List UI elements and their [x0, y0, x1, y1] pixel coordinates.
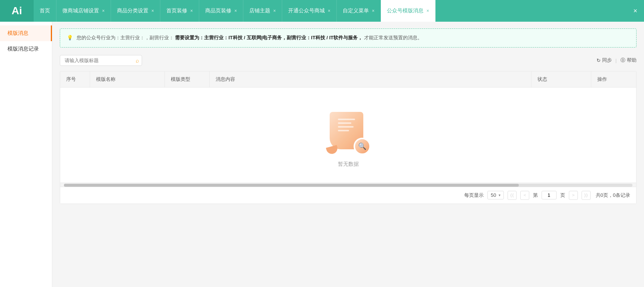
empty-label: 暂无数据	[338, 161, 359, 168]
sync-label: 同步	[602, 57, 612, 64]
tab-item[interactable]: 开通公众号商城×	[282, 0, 337, 22]
page-label-before: 第	[533, 192, 538, 199]
data-table: 序号模版名称模版类型消息内容状态操作 暂无数据	[60, 71, 637, 204]
last-page-button[interactable]: ⟩⟩	[582, 191, 591, 200]
page-number-input[interactable]	[542, 191, 557, 199]
sync-button[interactable]: ↻ 同步	[597, 57, 612, 64]
tab-close-icon[interactable]: ×	[151, 8, 154, 13]
search-icon: ⌕	[136, 57, 139, 64]
table-header-cell: 模版类型	[165, 71, 210, 87]
pagination: 每页显示 50 ▾ ⟨⟨ ＜ 第 页 ＞ ⟩⟩ 共0页，0条记录	[60, 187, 636, 204]
tab-item[interactable]: 首页	[34, 0, 56, 22]
empty-line	[338, 126, 354, 128]
total-label: 共0页，0条记录	[596, 192, 630, 199]
empty-lines	[338, 119, 355, 131]
sync-icon: ↻	[597, 58, 601, 63]
tab-item[interactable]: 店铺主题×	[243, 0, 282, 22]
scrollbar-thumb	[64, 184, 519, 187]
tab-item[interactable]: 公众号模版消息×	[381, 0, 435, 22]
sidebar: 模版消息模版消息记录	[0, 22, 52, 287]
table-header-cell: 操作	[591, 71, 636, 87]
chevron-down-icon: ▾	[499, 193, 500, 197]
empty-line	[338, 119, 355, 120]
search-bar: ⌕ ↻ 同步 | ⓪ 帮助	[60, 55, 637, 66]
table-header-cell: 模版名称	[90, 71, 165, 87]
table-header-cell: 状态	[531, 71, 591, 87]
next-page-button[interactable]: ＞	[569, 191, 578, 200]
table-header-cell: 消息内容	[210, 71, 531, 87]
table-header: 序号模版名称模版类型消息内容状态操作	[60, 71, 636, 88]
horizontal-scrollbar[interactable]	[60, 183, 636, 187]
search-button[interactable]: ⌕	[136, 57, 139, 64]
tab-close-icon[interactable]: ×	[372, 8, 375, 13]
scrollbar-track	[64, 184, 632, 187]
tab-close-icon[interactable]: ×	[328, 8, 330, 13]
empty-line	[338, 130, 349, 131]
search-input[interactable]	[60, 55, 142, 66]
tab-close-icon[interactable]: ×	[234, 8, 237, 13]
empty-icon-container	[326, 110, 371, 155]
tab-bar: 首页微商城店铺设置×商品分类设置×首页装修×商品页装修×店铺主题×开通公众号商城…	[34, 0, 626, 22]
tab-item[interactable]: 商品分类设置×	[111, 0, 160, 22]
tab-item[interactable]: 自定义菜单×	[337, 0, 381, 22]
global-close-button[interactable]: ×	[626, 0, 644, 22]
empty-state: 暂无数据	[60, 88, 636, 183]
page-label-after: 页	[560, 192, 565, 199]
notice-suffix: 才能正常发送预置的消息。	[364, 35, 422, 40]
bulb-icon: 💡	[67, 35, 73, 40]
main-layout: 模版消息模版消息记录 💡 您的公众号行业为：主营行业：，副营行业： 需要设置为：…	[0, 22, 644, 287]
help-label: 帮助	[627, 57, 637, 64]
top-navigation: Ai 首页微商城店铺设置×商品分类设置×首页装修×商品页装修×店铺主题×开通公众…	[0, 0, 644, 22]
help-icon: ⓪	[620, 57, 625, 64]
notice-prefix: 您的公众号行业为：主营行业：，副营行业：	[77, 35, 174, 40]
empty-search-circle	[354, 138, 371, 155]
per-page-value: 50	[491, 192, 496, 198]
sidebar-item[interactable]: 模版消息记录	[0, 41, 52, 57]
sidebar-item[interactable]: 模版消息	[0, 25, 52, 41]
tab-close-icon[interactable]: ×	[102, 8, 105, 13]
empty-line	[338, 122, 351, 124]
tab-item[interactable]: 商品页装修×	[199, 0, 243, 22]
per-page-select[interactable]: 50 ▾	[487, 191, 503, 199]
help-button[interactable]: ⓪ 帮助	[620, 57, 637, 64]
app-logo: Ai	[0, 0, 34, 22]
tab-item[interactable]: 首页装修×	[160, 0, 199, 22]
divider: |	[616, 58, 617, 63]
per-page-label: 每页显示	[464, 192, 484, 199]
tab-close-icon[interactable]: ×	[273, 8, 276, 13]
first-page-button[interactable]: ⟨⟨	[508, 191, 517, 200]
search-input-wrapper: ⌕	[60, 55, 142, 66]
notice-box: 💡 您的公众号行业为：主营行业：，副营行业： 需要设置为：主营行业：IT科技 /…	[60, 28, 637, 48]
tab-close-icon[interactable]: ×	[190, 8, 193, 13]
prev-page-button[interactable]: ＜	[520, 191, 529, 200]
main-content-area: 💡 您的公众号行业为：主营行业：，副营行业： 需要设置为：主营行业：IT科技 /…	[52, 22, 644, 287]
search-right: ↻ 同步 | ⓪ 帮助	[597, 57, 637, 64]
tab-item[interactable]: 微商城店铺设置×	[56, 0, 111, 22]
table-header-cell: 序号	[60, 71, 90, 87]
search-left: ⌕	[60, 55, 142, 66]
notice-highlight: 需要设置为：主营行业：IT科技 / 互联网|电子商务，副营行业：IT科技 / I…	[175, 35, 363, 40]
tab-close-icon[interactable]: ×	[426, 8, 429, 13]
